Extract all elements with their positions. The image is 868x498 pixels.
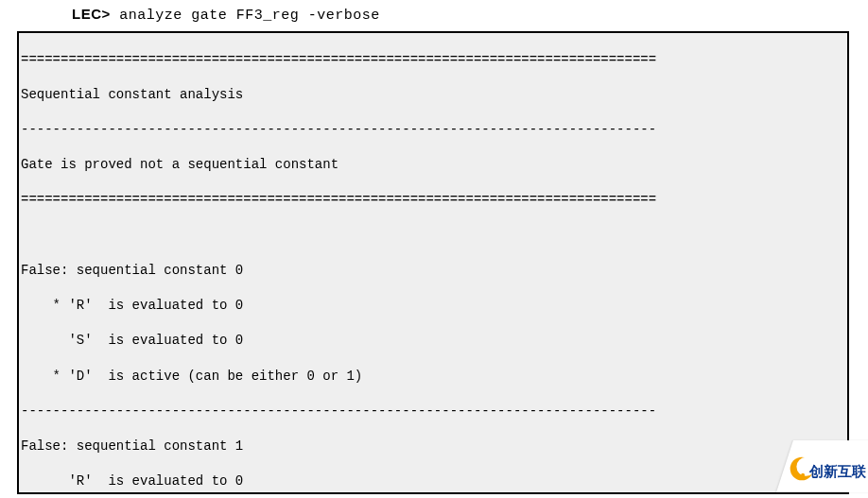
- terminal-output: ========================================…: [17, 31, 849, 494]
- rule-dash: ----------------------------------------…: [21, 121, 845, 139]
- false-seq-const-1-r: 'R' is evaluated to 0: [21, 472, 845, 490]
- section-result: Gate is proved not a sequential constant: [21, 156, 845, 174]
- prompt-label: LEC>: [72, 6, 111, 22]
- command-prompt-line: LEC> analyze gate FF3_reg -verbose: [0, 0, 868, 31]
- rule-eq: ========================================…: [21, 191, 845, 209]
- false-seq-const-0-title: False: sequential constant 0: [21, 262, 845, 280]
- section-header: Sequential constant analysis: [21, 86, 845, 104]
- false-seq-const-1-title: False: sequential constant 1: [21, 438, 845, 455]
- rule-eq: ========================================…: [21, 51, 845, 69]
- rule-dash: ----------------------------------------…: [21, 403, 845, 421]
- entered-command: analyze gate FF3_reg -verbose: [119, 8, 380, 24]
- blank-line: [21, 227, 845, 245]
- false-seq-const-0-d: * 'D' is active (can be either 0 or 1): [21, 368, 845, 386]
- false-seq-const-0-r: * 'R' is evaluated to 0: [21, 297, 845, 315]
- false-seq-const-0-s: 'S' is evaluated to 0: [21, 332, 845, 350]
